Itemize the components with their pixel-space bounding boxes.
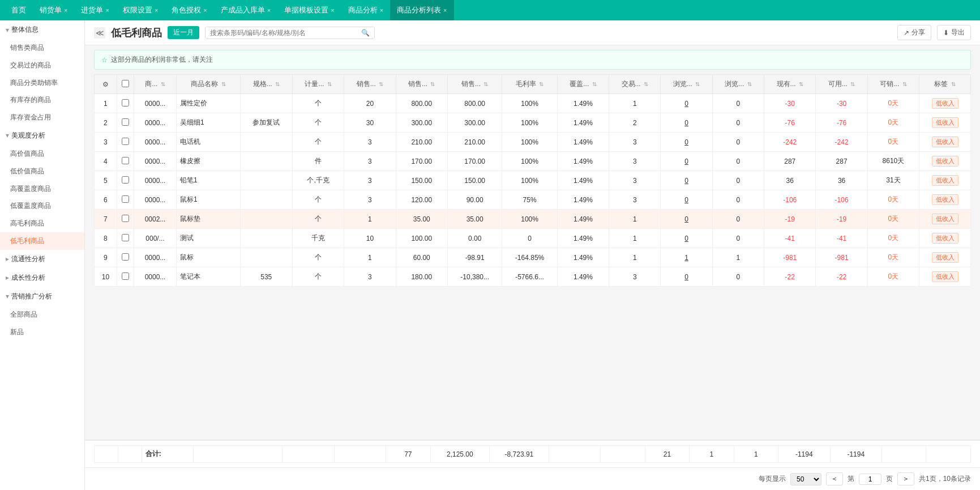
col-checkbox[interactable] [117,75,134,94]
prev-page-button[interactable]: ＜ [826,472,843,485]
col-unit[interactable]: 计量... ⇅ [292,75,344,94]
col-spec[interactable]: 规格... ⇅ [240,75,292,94]
row-checkbox[interactable] [122,272,129,280]
col-available[interactable]: 可用... ⇅ [816,75,867,94]
sidebar-item-stock-products[interactable]: 有库存的商品 [0,91,84,109]
sidebar-item-low-value[interactable]: 低价值商品 [0,163,84,180]
close-product-analysis-icon[interactable]: × [380,7,383,14]
row-spec [240,171,292,190]
row-checkbox-cell[interactable] [117,248,134,267]
row-spec [240,133,292,152]
sidebar-item-high-margin[interactable]: 高毛利商品 [0,215,84,232]
nav-product-analysis[interactable]: 商品分析 × [341,0,390,20]
col-sales-price[interactable]: 销售... ⇅ [396,75,447,94]
row-sales-qty: 3 [344,152,396,171]
sidebar-item-all-products[interactable]: 全部商品 [0,306,84,323]
sidebar-group-aesthetic[interactable]: ▾ 美观度分析 [0,126,84,145]
row-name: 属性定价 [177,94,241,113]
row-checkbox-cell[interactable] [117,152,134,171]
row-checkbox-cell[interactable] [117,94,134,113]
row-checkbox-cell[interactable] [117,133,134,152]
search-input[interactable] [210,29,361,37]
close-product-analysis-list-icon[interactable]: × [443,7,447,14]
row-checkbox[interactable] [122,118,129,126]
col-browse2[interactable]: 浏览... ⇅ [712,75,764,94]
nav-product-entry[interactable]: 产成品入库单 × [214,0,277,20]
row-available: 36 [816,171,867,190]
sidebar-item-new-products[interactable]: 新品 [0,323,84,341]
sidebar-group-circulation[interactable]: ▸ 流通性分析 [0,250,84,269]
row-checkbox[interactable] [122,253,129,261]
page-number-input[interactable] [859,474,881,485]
sidebar-item-category-sales-rate[interactable]: 商品分类助销率 [0,74,84,92]
row-checkbox[interactable] [122,215,129,222]
row-checkbox-cell[interactable] [117,190,134,210]
sidebar-group-overall[interactable]: ▾ 整体信息 [0,20,84,39]
col-name[interactable]: 商品名称 ⇅ [177,75,241,94]
sidebar-item-capital-usage[interactable]: 库存资金占用 [0,109,84,126]
row-checkbox-cell[interactable] [117,229,134,248]
nav-template[interactable]: 单据模板设置 × [277,0,341,20]
row-checkbox[interactable] [122,176,129,184]
total-sales-amount: -8,723.91 [490,446,549,463]
row-checkbox[interactable] [122,99,129,106]
page-size-select[interactable]: 50 100 200 [790,473,821,485]
export-button[interactable]: ⬇ 导出 [937,25,971,40]
row-checkbox-cell[interactable] [117,210,134,229]
col-tag[interactable]: 标签 ⇅ [919,75,971,94]
close-purchase-icon[interactable]: × [105,7,109,14]
sidebar-item-low-margin[interactable]: 低毛利商品 [0,232,84,250]
sidebar-item-sales-products[interactable]: 销售类商品 [0,39,84,57]
row-code: 0000... [134,94,176,113]
sidebar-item-low-coverage[interactable]: 低覆盖度商品 [0,197,84,215]
row-checkbox-cell[interactable] [117,113,134,133]
row-coverage: 1.49% [557,229,609,248]
sidebar-item-traded-products[interactable]: 交易过的商品 [0,57,84,74]
col-gross-margin[interactable]: 毛利率 ⇅ [502,75,557,94]
row-checkbox[interactable] [122,195,129,203]
row-checkbox[interactable] [122,157,129,164]
col-transaction[interactable]: 交易... ⇅ [609,75,661,94]
row-checkbox[interactable] [122,138,129,145]
col-code[interactable]: 商... ⇅ [134,75,176,94]
row-sales-amount: -98.91 [447,248,502,267]
select-all-checkbox[interactable] [122,80,129,87]
row-browse2: 0 [712,94,764,113]
next-page-button[interactable]: ＞ [897,472,914,485]
row-available: -30 [816,94,867,113]
sidebar-group-marketing[interactable]: ▾ 营销推广分析 [0,287,84,306]
nav-sales[interactable]: 销货单 × [33,0,74,20]
table-row: 4 0000... 橡皮擦 件 3 170.00 170.00 100% 1.4… [95,152,971,171]
close-role-icon[interactable]: × [203,7,207,14]
search-icon[interactable]: 🔍 [361,29,370,37]
col-browse1[interactable]: 浏览... ⇅ [661,75,712,94]
close-sales-icon[interactable]: × [64,7,67,14]
row-checkbox-cell[interactable] [117,267,134,287]
col-sellable[interactable]: 可销... ⇅ [867,75,919,94]
col-settings[interactable]: ⚙ [95,75,117,94]
sidebar-item-high-coverage[interactable]: 高覆盖度商品 [0,180,84,198]
sidebar-item-high-value[interactable]: 高价值商品 [0,145,84,163]
share-button[interactable]: ↗ 分享 [897,25,931,40]
col-current-stock[interactable]: 现有... ⇅ [764,75,816,94]
row-browse2: 1 [712,248,764,267]
row-coverage: 1.49% [557,248,609,267]
col-sales-qty[interactable]: 销售... ⇅ [344,75,396,94]
nav-permission[interactable]: 权限设置 × [116,0,165,20]
close-product-entry-icon[interactable]: × [267,7,271,14]
close-permission-icon[interactable]: × [155,7,158,14]
nav-role[interactable]: 角色授权 × [165,0,213,20]
col-sales-amount[interactable]: 销售... ⇅ [447,75,502,94]
nav-home[interactable]: 首页 [5,0,33,20]
nav-product-analysis-list[interactable]: 商品分析列表 × [390,0,453,20]
row-checkbox[interactable] [122,234,129,241]
row-browse2: 0 [712,171,764,190]
row-sales-amount: 150.00 [447,171,502,190]
nav-purchase[interactable]: 进货单 × [74,0,115,20]
collapse-sidebar-button[interactable]: ≪ [94,27,105,39]
col-coverage[interactable]: 覆盖... ⇅ [557,75,609,94]
time-range-button[interactable]: 近一月 [168,26,199,39]
row-checkbox-cell[interactable] [117,171,134,190]
close-template-icon[interactable]: × [331,7,334,14]
sidebar-group-growth[interactable]: ▸ 成长性分析 [0,269,84,287]
